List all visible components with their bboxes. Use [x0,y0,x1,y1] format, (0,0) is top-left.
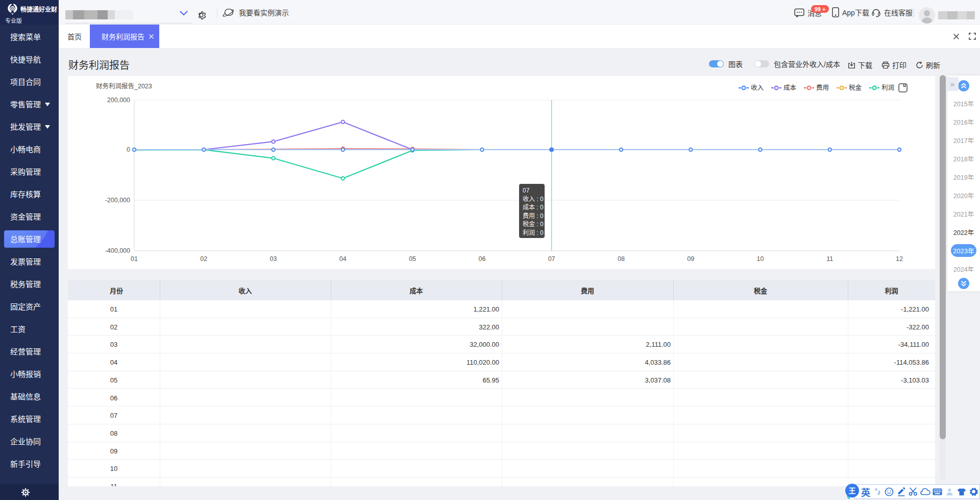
svg-text:06: 06 [478,255,485,263]
svg-text:04: 04 [339,255,347,263]
svg-text:10: 10 [756,255,764,263]
svg-text:税金: 税金 [849,82,862,92]
svg-text:成本: 成本 [783,82,797,92]
svg-text:07: 07 [548,255,555,263]
svg-text:12: 12 [896,255,903,263]
svg-text:03: 03 [270,255,277,263]
svg-text:05: 05 [409,255,416,263]
svg-text:08: 08 [618,255,625,263]
svg-text:02: 02 [200,255,207,263]
svg-text:费用: 费用 [816,82,829,92]
svg-text:09: 09 [687,255,694,263]
svg-text:财务利润报告_2023: 财务利润报告_2023 [96,81,152,90]
svg-text:0: 0 [127,146,130,153]
svg-text:利润: 利润 [881,82,894,92]
svg-text:-200,000: -200,000 [105,197,130,204]
svg-text:收入: 收入 [751,82,764,92]
svg-text:200,000: 200,000 [107,97,130,104]
svg-text:01: 01 [131,255,138,263]
svg-text:11: 11 [826,255,833,263]
svg-text:-400,000: -400,000 [105,247,130,254]
